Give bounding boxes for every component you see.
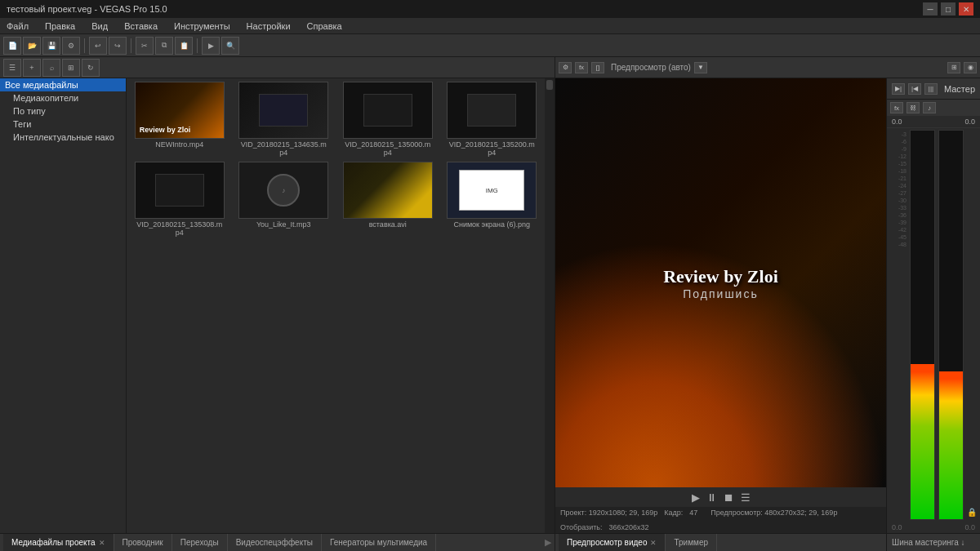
title-bar-controls: ─ □ ✕ xyxy=(923,2,973,16)
media-tree: Все медиафайлы Медиакопители По типу Тег… xyxy=(0,78,127,533)
redo-button[interactable]: ↪ xyxy=(109,37,127,55)
tabs-arrow[interactable]: ▶ xyxy=(545,537,551,548)
preview-dropdown-btn[interactable]: ▼ xyxy=(694,62,707,73)
menu-insert[interactable]: Вставка xyxy=(121,20,161,33)
preview-master: Review by Zloi Подпишись ▶ ⏸ ⏹ ☰ Проект:… xyxy=(555,78,980,551)
master-fx-btn[interactable]: fx xyxy=(890,102,903,113)
tab-preview-video[interactable]: Предпросмотр видео ✕ xyxy=(559,534,666,551)
save-button[interactable]: 💾 xyxy=(42,37,60,55)
tab-generators[interactable]: Генераторы мультимедиа xyxy=(322,534,436,551)
master-chain-btn[interactable]: ⛓ xyxy=(906,102,920,113)
master-fx: fx ⛓ ♪ xyxy=(887,100,980,116)
thumb-label: You_Like_It.mp3 xyxy=(256,220,311,229)
thumbnail-scrollbar[interactable] xyxy=(545,78,555,533)
menu-help[interactable]: Справка xyxy=(304,20,345,33)
project-info: Проект: 1920x1080; 29, 169р xyxy=(560,509,657,517)
tree-item-all[interactable]: Все медиафайлы xyxy=(0,78,126,91)
vu-fill-left xyxy=(911,364,934,519)
preview-play-btn[interactable]: ▶ xyxy=(692,491,700,504)
display-label: Отобразить: xyxy=(560,523,603,531)
master-header: ▶| |◀ ||| Мастер xyxy=(887,78,980,100)
master-play-btn[interactable]: ▶| xyxy=(892,83,905,95)
media-refresh-btn[interactable]: ↻ xyxy=(82,59,100,77)
close-button[interactable]: ✕ xyxy=(959,2,973,16)
thumb-item[interactable]: ♪ You_Like_It.mp3 xyxy=(234,162,334,237)
menu-tools[interactable]: Инструменты xyxy=(171,20,234,33)
thumb-label: VID_20180215_135000.mp4 xyxy=(343,140,433,157)
preview-settings-btn[interactable]: ⚙ xyxy=(559,62,572,73)
thumb-label: VID_20180215_134635.mp4 xyxy=(238,140,328,157)
new-button[interactable]: 📄 xyxy=(3,37,21,55)
preview-toolbar: ⚙ fx [] Предпросмотр (авто) ▼ ⊞ ◉ xyxy=(555,57,980,78)
right-panel: ⚙ fx [] Предпросмотр (авто) ▼ ⊞ ◉ Review… xyxy=(555,57,980,551)
thumb-item[interactable]: вставка.avi xyxy=(338,162,438,237)
master-tab[interactable]: Шина мастеринга ↓ xyxy=(887,533,980,551)
tree-item-smart[interactable]: Интеллектуальные нако xyxy=(0,131,126,144)
thumb-img xyxy=(447,82,537,139)
preview-subtitle: Подпишись xyxy=(663,287,778,300)
preview-grid-btn[interactable]: ⊞ xyxy=(947,62,960,73)
preview-pause-btn[interactable]: ⏸ xyxy=(706,491,717,504)
tab-transitions[interactable]: Переходы xyxy=(172,534,228,551)
preview-menu-btn[interactable]: ☰ xyxy=(741,491,751,504)
preview-fx-btn[interactable]: fx xyxy=(575,62,588,73)
preview-dropdown-label: Предпросмотр (авто) xyxy=(611,63,691,72)
media-view-btn[interactable]: ☰ xyxy=(3,59,21,77)
open-button[interactable]: 📂 xyxy=(23,37,41,55)
thumb-img xyxy=(135,162,225,219)
tab-close-icon[interactable]: ✕ xyxy=(99,539,105,547)
maximize-button[interactable]: □ xyxy=(941,2,956,16)
minimize-button[interactable]: ─ xyxy=(923,2,938,16)
preview-controls: ▶ ⏸ ⏹ ☰ xyxy=(555,487,886,507)
cut-button[interactable]: ✂ xyxy=(136,37,154,55)
thumb-img xyxy=(238,82,328,139)
preview-tab-close[interactable]: ✕ xyxy=(650,539,657,547)
media-toolbar: ☰ + ⌕ ⊞ ↻ xyxy=(0,57,555,78)
master-prev-btn[interactable]: |◀ xyxy=(908,83,921,95)
thumb-label: VID_20180215_135308.mp4 xyxy=(135,220,225,237)
preview-more-btn[interactable]: ◉ xyxy=(964,62,977,73)
media-grid-btn[interactable]: ⊞ xyxy=(62,59,80,77)
tree-item-storage[interactable]: Медиакопители xyxy=(0,91,126,104)
undo-button[interactable]: ↩ xyxy=(89,37,107,55)
menu-settings[interactable]: Настройки xyxy=(243,20,294,33)
media-import-btn[interactable]: + xyxy=(23,59,41,77)
tab-trimmer[interactable]: Триммер xyxy=(666,534,717,551)
left-panel: ☰ + ⌕ ⊞ ↻ Все медиафайлы Медиакопители П… xyxy=(0,57,555,551)
preview-video: Review by Zloi Подпишись xyxy=(555,78,886,487)
thumb-item[interactable]: VID_20180215_134635.mp4 xyxy=(234,82,334,157)
media-search-btn[interactable]: ⌕ xyxy=(42,59,60,77)
preview-ctrl-btn[interactable]: [] xyxy=(591,62,604,73)
thumb-item[interactable]: VID_20180215_135308.mp4 xyxy=(130,162,229,237)
tab-media-files[interactable]: Медиафайлы проекта ✕ xyxy=(3,534,114,551)
copy-button[interactable]: ⧉ xyxy=(155,37,173,55)
thumb-item[interactable]: IMG Снимок экрана (6).png xyxy=(443,162,542,237)
vu-fill-right xyxy=(939,371,963,519)
preview-title: Review by Zloi xyxy=(663,266,778,287)
thumb-item[interactable]: VID_20180215_135000.mp4 xyxy=(338,82,438,157)
tab-video-fx[interactable]: Видеоспецэффекты xyxy=(228,534,322,551)
render-button[interactable]: ▶ xyxy=(202,37,220,55)
thumb-label: вставка.avi xyxy=(369,220,407,229)
vu-scale: -3 -6 -9 -12 -15 -18 -21 -24 -27 -30 -33… xyxy=(890,130,906,520)
thumbnails-grid: Review by Zloi NEWIntro.mp4 VID_20180215… xyxy=(130,82,541,237)
menu-file[interactable]: Файл xyxy=(3,20,32,33)
zoom-in[interactable]: 🔍 xyxy=(221,37,239,55)
menu-edit[interactable]: Правка xyxy=(42,20,78,33)
preview-tabs: Предпросмотр видео ✕ Триммер xyxy=(555,533,886,551)
master-eq-btn[interactable]: ||| xyxy=(924,83,938,95)
thumb-img: Review by Zloi xyxy=(135,82,225,139)
menu-view[interactable]: Вид xyxy=(88,20,111,33)
tree-item-tags[interactable]: Теги xyxy=(0,118,126,131)
preview-info: Проект: 1920x1080; 29, 169р Кадр: 47 Пре… xyxy=(555,507,886,533)
toolbar-separator2 xyxy=(131,38,131,53)
paste-button[interactable]: 📋 xyxy=(175,37,193,55)
settings-button[interactable]: ⚙ xyxy=(62,37,80,55)
thumb-item[interactable]: Review by Zloi NEWIntro.mp4 xyxy=(130,82,229,157)
tab-explorer[interactable]: Проводник xyxy=(114,534,172,551)
thumb-item[interactable]: VID_20180215_135200.mp4 xyxy=(443,82,542,157)
preview-stop-btn[interactable]: ⏹ xyxy=(724,491,734,504)
media-tabs: Медиафайлы проекта ✕ Проводник Переходы … xyxy=(0,533,555,551)
master-mute-btn[interactable]: ♪ xyxy=(923,102,936,113)
tree-item-bytype[interactable]: По типу xyxy=(0,104,126,118)
